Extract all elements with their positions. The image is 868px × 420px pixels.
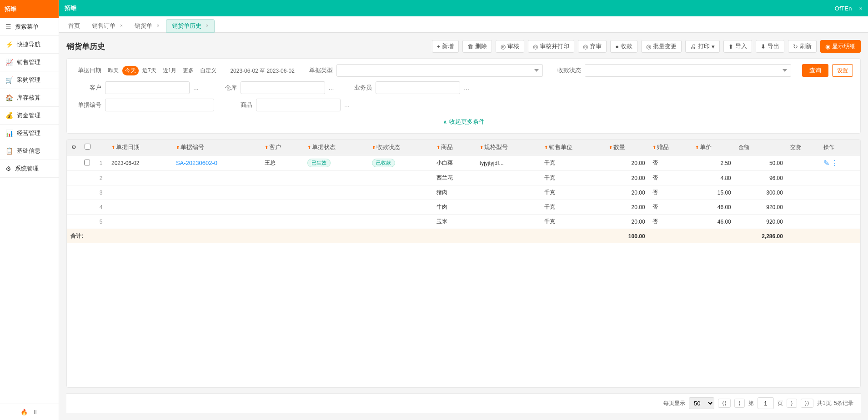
next-page-button[interactable]: ⟩: [787, 399, 797, 408]
sidebar-item-sales-mgmt[interactable]: 📈 销售管理: [0, 54, 59, 71]
customer-col-header[interactable]: ⬆客户: [261, 140, 304, 155]
filter-customer-ellipsis[interactable]: ...: [193, 84, 199, 91]
sidebar-item-label: 搜索菜单: [15, 23, 39, 31]
export-icon: ⬇: [761, 43, 766, 50]
qty-col-header[interactable]: ⬆数量: [605, 140, 649, 155]
payment-status-col-header[interactable]: ⬆收款状态: [368, 140, 433, 155]
gift-cell: 否: [649, 155, 692, 171]
table-header-row: ⚙ ⬆单据日期 ⬆单据编号 ⬆客户 ⬆单据状态 ⬆收款状态 ⬆商品 ⬆规格型号 …: [67, 140, 860, 155]
sidebar-item-purchase-mgmt[interactable]: 🛒 采购管理: [0, 71, 59, 89]
last-page-button[interactable]: ⟩⟩: [801, 399, 813, 408]
filter-goods-input[interactable]: [256, 99, 341, 111]
sidebar-item-finance-mgmt[interactable]: 💰 资金管理: [0, 107, 59, 125]
tab-sales-order[interactable]: 销售订单 ×: [86, 19, 128, 33]
num-col-header: [94, 140, 108, 155]
add-button[interactable]: + 新增: [432, 40, 459, 53]
goods-cell: 小白菜: [433, 155, 476, 171]
page-header: 销货单历史 + 新增 🗑 删除 ◎ 审核 ◎ 审核并打印: [66, 40, 861, 53]
unit-cell: 千克: [541, 155, 605, 171]
date-tab-1month[interactable]: 近1月: [160, 66, 180, 75]
settings-col-header[interactable]: ⚙: [67, 140, 80, 155]
spec-col-header[interactable]: ⬆规格型号: [476, 140, 541, 155]
import-button[interactable]: ⬆ 导入: [723, 40, 752, 53]
prev-page-button[interactable]: ⟨: [734, 399, 745, 408]
delete-button[interactable]: 🗑 删除: [462, 40, 492, 53]
per-page-select[interactable]: 50 100: [689, 397, 714, 409]
setting-button[interactable]: 设置: [832, 64, 853, 77]
close-all-button[interactable]: ×: [859, 5, 863, 12]
more-action-button[interactable]: ⋮: [831, 159, 838, 167]
filter-goods-ellipsis[interactable]: ...: [344, 101, 350, 109]
filter-customer-input[interactable]: [105, 81, 190, 94]
sidebar-item-quick-nav[interactable]: ⚡ 快捷导航: [0, 36, 59, 54]
date-tab-today[interactable]: 今天: [122, 66, 139, 75]
first-page-button[interactable]: ⟨⟨: [718, 399, 731, 408]
refresh-button[interactable]: ↻ 刷新: [788, 40, 817, 53]
doc-date-col-header[interactable]: ⬆单据日期: [108, 140, 172, 155]
batch-change-button[interactable]: ◎ 批量变更: [641, 40, 682, 53]
filter-doc-type-label: 单据类型: [306, 66, 333, 75]
amount-cell: 50.00: [735, 155, 787, 171]
audit-print-label: 审核并打印: [540, 42, 569, 50]
tab-sales-history-label: 销货单历史: [172, 22, 201, 30]
doc-no-cell: SA-20230602-0: [172, 155, 261, 171]
tab-sales-goods-close[interactable]: ×: [157, 23, 160, 28]
filter-doc-no-label: 单据编号: [74, 101, 101, 109]
row-checkbox[interactable]: [84, 160, 90, 165]
unit-col-header[interactable]: ⬆销售单位: [541, 140, 605, 155]
filter-doc-type-select[interactable]: [336, 64, 543, 77]
edit-action-button[interactable]: ✎: [823, 159, 829, 167]
sidebar-item-inventory-calc[interactable]: 🏠 库存核算: [0, 89, 59, 107]
filter-salesperson-input[interactable]: [376, 81, 460, 94]
audit-print-button[interactable]: ◎ 审核并打印: [528, 40, 574, 53]
show-detail-button[interactable]: ◉ 显示明细: [820, 40, 861, 53]
doc-status-col-header[interactable]: ⬆单据状态: [304, 140, 368, 155]
goods-col-header[interactable]: ⬆商品: [433, 140, 476, 155]
tab-sales-history[interactable]: 销货单历史 ×: [166, 19, 215, 33]
unit-price-col-header[interactable]: ⬆单价: [692, 140, 735, 155]
filter-collapse-button[interactable]: ∧ 收起更多条件: [74, 116, 853, 128]
filter-payment-status-item: 收款状态: [554, 64, 791, 77]
tab-sales-goods-label: 销货单: [135, 22, 152, 30]
sidebar-bottom-icon-2[interactable]: ⏸: [32, 409, 38, 415]
filter-doc-no-input[interactable]: [105, 99, 214, 111]
payment-button[interactable]: ● 收款: [610, 40, 637, 53]
tab-sales-order-close[interactable]: ×: [120, 23, 123, 28]
filter-salesperson-ellipsis[interactable]: ...: [464, 84, 469, 91]
per-page-label: 每页显示: [663, 400, 685, 407]
tab-sales-history-close[interactable]: ×: [206, 23, 209, 28]
sidebar-item-search-menu[interactable]: ☰ 搜索菜单: [0, 18, 59, 36]
sidebar-item-operations-mgmt[interactable]: 📊 经营管理: [0, 125, 59, 142]
filter-payment-status-select[interactable]: [585, 64, 791, 77]
sidebar-item-basic-info[interactable]: 📋 基础信息: [0, 142, 59, 160]
export-button[interactable]: ⬇ 导出: [756, 40, 784, 53]
date-tab-more[interactable]: 更多: [180, 66, 196, 75]
summary-empty: [108, 229, 605, 244]
date-tab-yesterday[interactable]: 昨天: [105, 66, 121, 75]
date-tab-7days[interactable]: 近7天: [140, 66, 159, 75]
tab-home[interactable]: 首页: [63, 19, 85, 33]
filter-warehouse-input[interactable]: [241, 81, 325, 94]
goods-cell: 牛肉: [433, 200, 476, 215]
cancel-audit-button[interactable]: ◎ 弃审: [578, 40, 607, 53]
sidebar-item-system-mgmt[interactable]: ⚙ 系统管理: [0, 160, 59, 178]
page-number-input[interactable]: [758, 397, 774, 409]
tab-sales-goods[interactable]: 销货单 ×: [129, 19, 165, 33]
sidebar-bottom-icon-1[interactable]: 🔥: [20, 409, 28, 415]
summary-empty4: [787, 229, 860, 244]
finance-icon: 💰: [5, 112, 13, 119]
print-button[interactable]: 🖨 打印 ▾: [685, 40, 720, 53]
checkbox-cell: [80, 155, 94, 171]
goods-cell: 西兰花: [433, 171, 476, 185]
doc-no-cell: [172, 185, 261, 200]
audit-button[interactable]: ◎ 审核: [496, 40, 524, 53]
select-all-checkbox[interactable]: [85, 144, 90, 150]
filter-warehouse-ellipsis[interactable]: ...: [329, 84, 334, 91]
query-button[interactable]: 查询: [802, 64, 828, 77]
gift-col-header[interactable]: ⬆赠品: [649, 140, 692, 155]
summary-row: 合计: 100.00 2,286.00: [67, 229, 860, 244]
doc-no-col-header[interactable]: ⬆单据编号: [172, 140, 261, 155]
doc-no-link[interactable]: SA-20230602-0: [176, 160, 217, 166]
date-tab-custom[interactable]: 自定义: [197, 66, 219, 75]
add-label: 新增: [442, 42, 454, 50]
